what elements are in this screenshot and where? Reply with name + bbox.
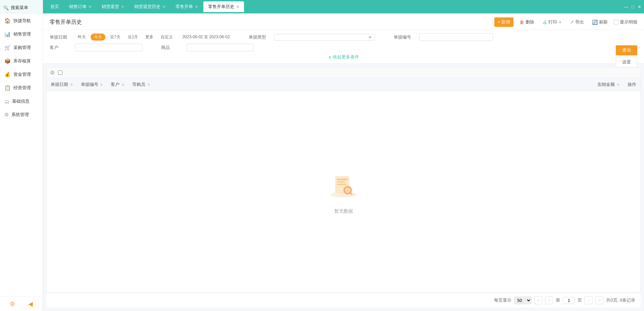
sidebar-item-inventory[interactable]: 📦 库存核算	[0, 54, 43, 68]
sidebar-item-basic-info[interactable]: 🗂 基础信息	[0, 95, 43, 108]
tab-close-icon[interactable]: ✕	[195, 5, 198, 9]
col-spacer	[154, 78, 594, 91]
page-label: 第	[556, 297, 560, 303]
doc-number-label: 单据编号	[394, 34, 414, 40]
table-area: ⚙ 单据日期 ⇅ 单据编号 ⇅ 客户	[46, 67, 641, 293]
tab-label: 首页	[50, 4, 59, 10]
print-button[interactable]: 🖨 打印 ▼	[540, 18, 564, 27]
tab-close-icon[interactable]: ✕	[89, 5, 92, 9]
sort-icon[interactable]: ⇅	[70, 83, 73, 87]
sidebar-item-label: 系统管理	[11, 112, 29, 118]
chevron-up-icon: ∧	[328, 55, 332, 60]
col-amount-label: 实销金额	[597, 82, 615, 87]
settings-button[interactable]: 设置	[616, 57, 637, 67]
window-close-btn[interactable]: ✕	[638, 4, 641, 9]
sidebar-item-label: 快捷导航	[13, 18, 31, 24]
chevron-down-icon: ▼	[368, 35, 372, 39]
display-detail-checkbox[interactable]: 显示明细	[614, 19, 637, 25]
page-first-btn[interactable]: «	[534, 296, 542, 304]
tab-label: 销售订单	[69, 4, 87, 10]
sort-icon[interactable]: ⇅	[121, 83, 124, 87]
query-button[interactable]: 查询	[616, 45, 637, 55]
export-label: 导出	[575, 19, 584, 25]
page-prev-btn[interactable]: ‹	[545, 296, 553, 304]
folder-icon: 🗂	[4, 99, 9, 104]
page-number-input[interactable]	[563, 297, 575, 304]
customer-label: 客户	[50, 45, 70, 51]
table-header-row: 单据日期 ⇅ 单据编号 ⇅ 客户 ⇅ 导购员 ⇅	[47, 78, 640, 91]
page-last-btn[interactable]: »	[595, 296, 603, 304]
box-icon: 📦	[4, 58, 11, 64]
money-icon: 💰	[4, 71, 11, 77]
doc-type-label: 单据类型	[249, 34, 269, 40]
sort-icon[interactable]: ⇅	[617, 83, 620, 87]
export-button[interactable]: ↗ 导出	[568, 18, 586, 27]
product-input[interactable]: ···	[187, 44, 254, 51]
sidebar-item-label: 库存核算	[13, 58, 31, 64]
add-button[interactable]: + 新增	[494, 17, 513, 27]
page-header: 零售开单历史 + 新增 🗑 删除 🖨 打印 ▼ ↗ 导出	[43, 13, 644, 30]
sidebar-item-ops[interactable]: 📋 经营管理	[0, 81, 43, 95]
doc-number-input[interactable]	[419, 33, 493, 41]
chart-icon: 📊	[4, 31, 11, 37]
sidebar-item-label: 基础信息	[12, 98, 30, 104]
footer-collapse-btn[interactable]: ◀	[28, 300, 33, 308]
sidebar-item-sales-mgmt[interactable]: 📊 销售管理	[0, 28, 43, 41]
col-date: 单据日期 ⇅	[47, 78, 77, 91]
refresh-label: 刷新	[599, 19, 608, 25]
sidebar-item-quick-nav[interactable]: 🏠 快捷导航	[0, 14, 43, 28]
page-size-select[interactable]: 50 100 200	[514, 297, 532, 304]
date-btn-today[interactable]: 今天	[91, 34, 105, 41]
collapse-button[interactable]: ∧ 收起更多条件	[50, 54, 637, 60]
sort-icon[interactable]: ⇅	[100, 83, 103, 87]
date-shortcuts: 昨天 今天 近7天 近1月 更多 自定义	[75, 34, 176, 41]
date-btn-7days[interactable]: 近7天	[107, 34, 123, 41]
tab-sales-return-history[interactable]: 销货退货历史 ✕	[130, 1, 170, 12]
refresh-button[interactable]: 🔄 刷新	[590, 18, 610, 27]
doc-type-select[interactable]: ▼	[274, 34, 375, 41]
date-btn-custom[interactable]: 自定义	[158, 34, 176, 41]
sidebar-item-sys-mgmt[interactable]: ⚙ 系统管理	[0, 108, 43, 121]
date-range: 2023-06-02 至 2023-06-02	[182, 34, 230, 40]
cart-icon: 🛒	[4, 45, 11, 51]
date-btn-yesterday[interactable]: 昨天	[75, 34, 89, 41]
footer-settings-btn[interactable]: ⚙	[10, 300, 15, 308]
sidebar-search[interactable]: 🔍 搜索菜单	[0, 0, 43, 14]
search-icon: 🔍	[3, 5, 9, 10]
select-all-checkbox[interactable]	[58, 70, 62, 75]
customer-input[interactable]: ···	[75, 44, 142, 51]
sidebar-item-label: 经营管理	[13, 85, 31, 91]
query-settings-group: 查询 设置	[616, 45, 637, 67]
page-size-label: 每页显示	[494, 297, 511, 303]
tab-close-icon[interactable]: ✕	[236, 5, 239, 9]
tab-retail-open[interactable]: 零售开单 ✕	[171, 1, 203, 12]
sort-icon[interactable]: ⇅	[147, 83, 150, 87]
sidebar-item-purchase-mgmt[interactable]: 🛒 采购管理	[0, 41, 43, 54]
window-maximize-btn[interactable]: □	[632, 4, 634, 9]
pagination: 每页显示 50 100 200 « ‹ 第 页 › » 共0页, 0条记录	[46, 293, 641, 308]
tab-label: 零售开单	[176, 4, 193, 10]
filter-area: 单据日期 昨天 今天 近7天 近1月 更多 自定义 2023-06-02 至 2…	[43, 30, 644, 64]
tab-label: 销货退货历史	[134, 4, 160, 10]
tab-label: 零售开单历史	[208, 4, 234, 10]
tab-home[interactable]: 首页	[46, 1, 64, 12]
sidebar-nav: 🏠 快捷导航 📊 销售管理 🛒 采购管理 📦 库存核算 💰 资金管理 📋 经营管…	[0, 14, 43, 297]
content-area: 零售开单历史 + 新增 🗑 删除 🖨 打印 ▼ ↗ 导出	[43, 13, 644, 311]
delete-button[interactable]: 🗑 删除	[517, 18, 536, 27]
add-label: + 新增	[498, 19, 510, 25]
home-icon: 🏠	[4, 18, 11, 24]
date-btn-1month[interactable]: 近1月	[125, 34, 141, 41]
sidebar-item-label: 资金管理	[13, 71, 31, 77]
tab-retail-open-history[interactable]: 零售开单历史 ✕	[203, 1, 244, 12]
tab-close-icon[interactable]: ✕	[121, 5, 124, 9]
tab-sales-order[interactable]: 销售订单 ✕	[64, 1, 96, 12]
sidebar-item-finance[interactable]: 💰 资金管理	[0, 68, 43, 81]
print-label: 打印	[548, 19, 557, 25]
table-settings-icon[interactable]: ⚙	[50, 69, 55, 76]
page-next-btn[interactable]: ›	[585, 296, 593, 304]
empty-illustration	[327, 169, 360, 203]
tab-sales-return[interactable]: 销货退货 ✕	[97, 1, 129, 12]
window-minimize-btn[interactable]: —	[624, 4, 628, 9]
date-btn-more[interactable]: 更多	[143, 34, 156, 41]
tab-close-icon[interactable]: ✕	[162, 5, 165, 9]
